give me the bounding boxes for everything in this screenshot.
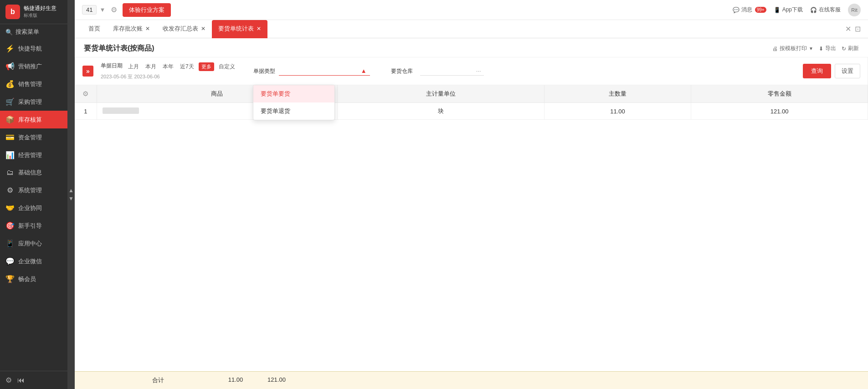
- service-action[interactable]: 🎧 在线客服: [810, 6, 841, 14]
- type-input[interactable]: [282, 67, 359, 74]
- date-filter-section: 单据日期 上月 本月 本年 近7天 更多 自定义: [101, 62, 237, 72]
- sidebar-item-label: 畅会员: [18, 275, 36, 283]
- date-filter-group: 单据日期 上月 本月 本年 近7天 更多 自定义 2023-05-06 至 20…: [101, 62, 237, 80]
- sidebar-item-quick-nav[interactable]: ⚡ 快捷导航: [0, 40, 67, 57]
- message-badge: 99+: [755, 7, 766, 13]
- app-download-action[interactable]: 📱 App下载: [774, 6, 803, 14]
- member-icon: 🏆: [5, 275, 15, 283]
- sidebar-item-inventory[interactable]: 📦 库存核算: [0, 111, 67, 128]
- tab-maximize-icon[interactable]: ⊡: [855, 25, 861, 33]
- sidebar-item-marketing[interactable]: 📢 营销推广: [0, 57, 67, 75]
- sidebar-item-finance[interactable]: 💳 资金管理: [0, 128, 67, 146]
- main-area: 41 ▼ ⚙ 体验行业方案 💬 消息 99+ 📱 App下载 🎧 在线客服 Ri…: [75, 0, 868, 389]
- sidebar-scroll-strip: ▲ ▼: [67, 0, 75, 389]
- footer-total-quantity: 11.00: [215, 376, 256, 384]
- date-range-display: 2023-05-06 至 2023-06-06: [101, 73, 237, 80]
- query-btn[interactable]: 查询: [803, 64, 831, 78]
- select-arrow-icon[interactable]: ▲: [361, 67, 367, 74]
- message-label: 消息: [741, 6, 752, 14]
- type-filter-group: 单据类型 ▲: [253, 67, 370, 76]
- sidebar-search[interactable]: 🔍 搜索菜单: [0, 24, 67, 40]
- tab-close-all-icon[interactable]: ✕: [845, 25, 851, 33]
- date-btn-last-month[interactable]: 上月: [126, 62, 141, 72]
- sidebar-item-operation[interactable]: 📊 经营管理: [0, 146, 67, 164]
- purchase-icon: 🛒: [5, 97, 15, 106]
- tab-close-icon[interactable]: ✕: [145, 26, 150, 31]
- sidebar-item-member[interactable]: 🏆 畅会员: [0, 270, 67, 288]
- tab-inventory-batch[interactable]: 库存批次账 ✕: [107, 20, 156, 38]
- print-template-btn[interactable]: 🖨 按模板打印 ▼: [772, 45, 813, 52]
- sidebar-item-label: 系统管理: [18, 186, 42, 194]
- sidebar-item-label: 经营管理: [18, 151, 42, 159]
- filter-expand-btn[interactable]: »: [82, 66, 93, 77]
- type-select[interactable]: ▲: [279, 67, 370, 76]
- sidebar-bottom: ⚙ ⏮: [0, 371, 67, 389]
- row-quantity: 11.00: [544, 103, 691, 120]
- sidebar-item-label: 采购管理: [18, 98, 42, 106]
- sidebar-item-guide[interactable]: 🎯 新手引导: [0, 217, 67, 235]
- tab-inventory-batch-label: 库存批次账: [113, 25, 143, 33]
- store-number[interactable]: 41: [82, 5, 97, 15]
- tab-home[interactable]: 首页: [82, 20, 107, 38]
- sidebar-item-basic[interactable]: 🗂 基础信息: [0, 164, 67, 181]
- warehouse-label: 要货仓库: [391, 67, 413, 75]
- dropdown-item-return[interactable]: 要货单退货: [253, 102, 334, 120]
- sidebar-item-label: 快捷导航: [18, 45, 42, 53]
- tab-order-stats[interactable]: 要货单统计表 ✕: [212, 20, 267, 38]
- settings-bottom-icon[interactable]: ⚙: [5, 376, 12, 384]
- sidebar-item-app-center[interactable]: 📱 应用中心: [0, 235, 67, 252]
- avatar-text: Rit: [851, 7, 857, 13]
- sidebar-item-label: 应用中心: [18, 240, 42, 248]
- dropdown-item-label: 要货单要货: [261, 90, 290, 97]
- chevron-down-icon[interactable]: ▼: [99, 6, 105, 13]
- footer-empty-1: [75, 376, 97, 384]
- service-label: 在线客服: [819, 6, 841, 14]
- service-icon: 🎧: [810, 7, 817, 13]
- sidebar-item-wechat[interactable]: 💬 企业微信: [0, 252, 67, 270]
- tab-order-stats-label: 要货单统计表: [218, 25, 254, 33]
- sidebar-item-enterprise[interactable]: 🤝 企业协同: [0, 199, 67, 217]
- scroll-up-arrow[interactable]: ▲: [68, 187, 74, 194]
- collapse-icon[interactable]: ⏮: [17, 376, 25, 384]
- chevron-down-icon: ▼: [809, 46, 813, 51]
- settings-icon[interactable]: ⚙: [111, 5, 117, 14]
- page-header: 要货单统计表(按商品) 🖨 按模板打印 ▼ ⬇ 导出 ↻ 刷新: [75, 38, 868, 57]
- header-store: 41 ▼: [82, 5, 105, 15]
- export-btn[interactable]: ⬇ 导出: [819, 45, 836, 52]
- col-amount: 零售金额: [691, 85, 868, 103]
- warehouse-input[interactable]: ···: [420, 67, 484, 76]
- date-btn-more[interactable]: 更多: [199, 62, 214, 71]
- footer-total-label: 合计: [97, 376, 169, 384]
- col-settings[interactable]: ⚙: [75, 85, 97, 103]
- refresh-btn[interactable]: ↻ 刷新: [842, 45, 859, 52]
- tab-sales-summary[interactable]: 收发存汇总表 ✕: [156, 20, 212, 38]
- sidebar-item-system[interactable]: ⚙ 系统管理: [0, 181, 67, 199]
- warehouse-dots-icon[interactable]: ···: [476, 67, 481, 74]
- settings-btn[interactable]: 设置: [835, 64, 860, 78]
- sidebar-item-label: 资金管理: [18, 133, 42, 142]
- tab-home-label: 首页: [88, 25, 100, 33]
- row-index: 1: [75, 103, 97, 120]
- quick-nav-icon: ⚡: [5, 44, 15, 53]
- table-settings-icon[interactable]: ⚙: [82, 90, 88, 97]
- dropdown-item-require[interactable]: 要货单要货: [253, 85, 334, 102]
- tab-bar: 首页 库存批次账 ✕ 收发存汇总表 ✕ 要货单统计表 ✕ ✕ ⊡: [75, 20, 868, 38]
- date-btn-7days[interactable]: 近7天: [178, 62, 196, 72]
- tab-close-icon[interactable]: ✕: [201, 26, 205, 31]
- sidebar-item-sales[interactable]: 💰 销售管理: [0, 75, 67, 93]
- sidebar-item-label: 销售管理: [18, 80, 42, 88]
- message-action[interactable]: 💬 消息 99+: [733, 6, 766, 14]
- date-btn-custom[interactable]: 自定义: [217, 62, 237, 72]
- tab-close-icon[interactable]: ✕: [257, 26, 261, 31]
- sidebar-item-label: 企业协同: [18, 204, 42, 212]
- industry-btn[interactable]: 体验行业方案: [123, 3, 171, 17]
- data-table: ⚙ 商品 主计量单位 主数量 零售金额 1 块: [75, 85, 868, 120]
- date-btn-this-year[interactable]: 本年: [161, 62, 175, 72]
- row-amount: 121.00: [691, 103, 868, 120]
- date-btn-this-month[interactable]: 本月: [144, 62, 158, 72]
- user-avatar[interactable]: Rit: [848, 4, 861, 16]
- table-footer: 合计 11.00 121.00: [75, 371, 868, 389]
- scroll-down-arrow[interactable]: ▼: [68, 195, 74, 202]
- sidebar-item-purchase[interactable]: 🛒 采购管理: [0, 93, 67, 111]
- app-icon: 📱: [774, 7, 781, 13]
